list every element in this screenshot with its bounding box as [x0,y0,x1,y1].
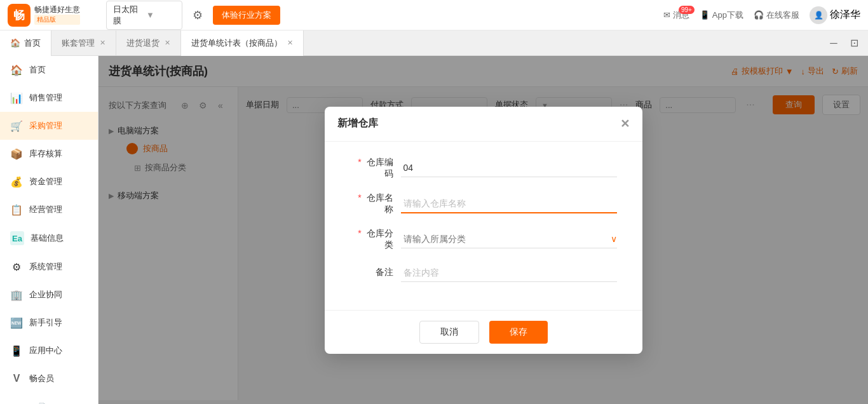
main-layout: 🏠 首页 📊 销售管理 🛒 采购管理 📦 库存核算 💰 资金管理 📋 经营管理 … [0,56,868,404]
sidebar-settings-icon[interactable]: ⚙ [5,398,25,404]
inventory-icon: 📦 [10,147,23,160]
code-form-row: * 仓库编码 [350,157,617,180]
purchase-icon: 🛒 [10,119,23,132]
logo-icon: 畅 [8,4,31,27]
sidebar-item-apps[interactable]: 📱 应用中心 [0,337,98,365]
message-badge: 99+ [679,6,695,14]
header-settings-icon[interactable]: ⚙ [187,5,208,25]
name-form-row: * 仓库名称 [350,192,617,215]
save-button[interactable]: 保存 [489,321,548,344]
category-label: * 仓库分类 [350,228,401,251]
app-download-label: App下载 [712,10,743,21]
category-required-star: * [358,228,361,238]
sidebar-item-inventory[interactable]: 📦 库存核算 [0,140,98,168]
tab-home[interactable]: 🏠 首页 [0,30,51,56]
user-avatar-area[interactable]: 👤 徐泽华 [810,6,860,24]
avatar: 👤 [810,6,827,24]
tab-purchase-stats-close-icon[interactable]: ✕ [287,39,293,47]
sidebar-item-operation[interactable]: 📋 经营管理 [0,196,98,224]
sidebar-item-enterprise[interactable]: 🏢 企业协同 [0,281,98,309]
tab-purchase-return[interactable]: 进货退货 ✕ [116,30,181,56]
logo-badge: 精品版 [34,15,80,25]
sidebar-inventory-label: 库存核算 [29,148,62,159]
home-tab-icon: 🏠 [10,38,20,48]
category-selector[interactable]: ∨ [401,230,617,248]
category-form-row: * 仓库分类 ∨ [350,228,617,251]
sidebar-operation-label: 经营管理 [29,204,62,215]
sidebar-enterprise-label: 企业协同 [29,289,62,300]
name-input[interactable] [401,194,617,213]
trial-button[interactable]: 体验行业方案 [213,6,280,25]
tab-bar: 🏠 首页 账套管理 ✕ 进货退货 ✕ 进货单统计表（按商品） ✕ ─ ⊡ [0,30,868,56]
sidebar-finance-label: 资金管理 [29,176,62,187]
online-service-button[interactable]: 🎧 在线客服 [754,10,799,21]
sidebar-item-guide[interactable]: 🆕 新手引导 [0,309,98,337]
header-right: ✉ 消息 99+ 📱 App下载 🎧 在线客服 👤 徐泽华 [663,6,860,24]
category-input[interactable] [401,230,611,248]
sidebar-item-finance[interactable]: 💰 资金管理 [0,168,98,196]
logo-area: 畅 畅捷通好生意 精品版 [8,4,106,27]
tab-actions: ─ ⊡ [825,34,868,52]
remark-form-row: 备注 [350,264,617,282]
dialog-title: 新增仓库 [337,117,378,130]
store-arrow-icon: ▼ [146,10,175,20]
messages-button[interactable]: ✉ 消息 99+ [663,10,689,21]
header-center: 日太阳膜 ▼ ⚙ 体验行业方案 [106,1,663,30]
guide-icon: 🆕 [10,316,23,329]
tab-maximize-icon[interactable]: ⊡ [845,34,863,52]
tab-purchase-stats[interactable]: 进货单统计表（按商品） ✕ [181,30,304,56]
home-icon: 🏠 [10,64,23,76]
sidebar-guide-label: 新手引导 [29,317,62,328]
dialog-body: * 仓库编码 * 仓库名称 [325,142,642,310]
content-area: 进货单统计(按商品) 🖨 按模板打印 ▼ ↓ 导出 ↻ 刷新 [98,56,868,404]
sidebar: 🏠 首页 📊 销售管理 🛒 采购管理 📦 库存核算 💰 资金管理 📋 经营管理 … [0,56,98,404]
sidebar-basic-label: 基础信息 [31,232,64,244]
dialog-overlay: 新增仓库 ✕ * 仓库编码 * [98,56,868,404]
tab-home-label: 首页 [24,37,41,49]
tab-minimize-icon[interactable]: ─ [825,34,843,52]
app-download-button[interactable]: 📱 App下载 [700,10,743,21]
user-name: 徐泽华 [830,8,860,22]
operation-icon: 📋 [10,203,23,216]
sidebar-sales-label: 销售管理 [29,92,62,104]
dialog-footer: 取消 保存 [325,310,642,354]
code-required-star: * [358,157,361,167]
enterprise-icon: 🏢 [10,288,23,301]
sidebar-item-basic[interactable]: Ea 基础信息 [0,224,98,253]
message-icon: ✉ [663,10,670,20]
sidebar-vip-label: 畅会员 [29,373,54,384]
sidebar-item-vip[interactable]: V 畅会员 [0,365,98,393]
tab-accounts[interactable]: 账套管理 ✕ [51,30,116,56]
name-required-star: * [358,192,361,203]
tab-purchase-stats-label: 进货单统计表（按商品） [191,37,282,49]
sidebar-home-label: 首页 [29,64,46,76]
cancel-button[interactable]: 取消 [419,321,479,344]
sidebar-system-label: 系统管理 [29,261,62,273]
remark-label: 备注 [350,267,401,278]
sidebar-purchase-label: 采购管理 [29,120,62,131]
store-name: 日太阳膜 [113,4,142,27]
dialog-header: 新增仓库 ✕ [325,107,642,142]
code-input[interactable] [401,159,617,177]
dialog-close-icon[interactable]: ✕ [620,117,630,131]
basic-icon: Ea [10,231,24,245]
sidebar-apps-label: 应用中心 [29,345,62,356]
tab-purchase-return-label: 进货退货 [126,37,159,49]
sidebar-item-purchase[interactable]: 🛒 采购管理 [0,112,98,140]
sidebar-bottom: ⚙ 🔊 [0,393,98,404]
sidebar-item-system[interactable]: ⚙ 系统管理 [0,253,98,281]
sidebar-item-home[interactable]: 🏠 首页 [0,56,98,84]
remark-input[interactable] [401,264,617,282]
new-warehouse-dialog: 新增仓库 ✕ * 仓库编码 * [325,107,642,354]
sidebar-item-sales[interactable]: 📊 销售管理 [0,84,98,112]
tab-accounts-label: 账套管理 [62,37,95,49]
name-label: * 仓库名称 [350,192,401,215]
vip-icon: V [10,372,23,385]
tab-purchase-return-close-icon[interactable]: ✕ [165,39,170,47]
online-service-label: 在线客服 [766,10,799,21]
tab-accounts-close-icon[interactable]: ✕ [100,39,105,47]
apps-icon: 📱 [10,344,23,357]
sidebar-collapse-icon[interactable]: 🔊 [31,398,51,404]
store-selector[interactable]: 日太阳膜 ▼ [106,1,182,30]
code-label: * 仓库编码 [350,157,401,180]
